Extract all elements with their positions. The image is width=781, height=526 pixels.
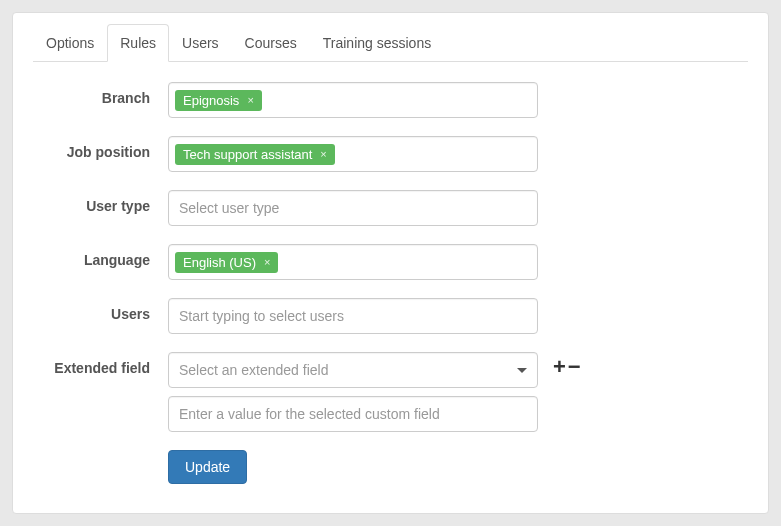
- update-button[interactable]: Update: [168, 450, 247, 484]
- extended-field-select[interactable]: Select an extended field: [168, 352, 538, 388]
- tab-options[interactable]: Options: [33, 24, 107, 62]
- users-input[interactable]: Start typing to select users: [168, 298, 538, 334]
- job-position-input[interactable]: Tech support assistant ×: [168, 136, 538, 172]
- language-input[interactable]: English (US) ×: [168, 244, 538, 280]
- users-placeholder: Start typing to select users: [175, 308, 344, 324]
- extended-field-value-input[interactable]: [168, 396, 538, 432]
- branch-input[interactable]: Epignosis ×: [168, 82, 538, 118]
- tab-training-sessions[interactable]: Training sessions: [310, 24, 444, 62]
- branch-tag-label: Epignosis: [183, 93, 239, 108]
- tab-users[interactable]: Users: [169, 24, 232, 62]
- users-label: Users: [33, 298, 168, 322]
- branch-tag: Epignosis ×: [175, 90, 262, 111]
- tabs-nav: Options Rules Users Courses Training ses…: [33, 23, 748, 62]
- user-type-placeholder: Select user type: [175, 200, 279, 216]
- language-tag-label: English (US): [183, 255, 256, 270]
- minus-icon[interactable]: −: [567, 356, 582, 378]
- chevron-down-icon: [517, 368, 527, 373]
- user-type-input[interactable]: Select user type: [168, 190, 538, 226]
- tab-courses[interactable]: Courses: [232, 24, 310, 62]
- tab-rules[interactable]: Rules: [107, 24, 169, 62]
- branch-tag-remove-icon[interactable]: ×: [247, 94, 253, 106]
- language-tag: English (US) ×: [175, 252, 278, 273]
- job-position-tag: Tech support assistant ×: [175, 144, 335, 165]
- job-position-tag-remove-icon[interactable]: ×: [320, 148, 326, 160]
- extended-field-label: Extended field: [33, 352, 168, 376]
- user-type-label: User type: [33, 190, 168, 214]
- branch-label: Branch: [33, 82, 168, 106]
- rules-panel: Options Rules Users Courses Training ses…: [12, 12, 769, 514]
- extended-field-select-placeholder: Select an extended field: [179, 362, 328, 378]
- language-tag-remove-icon[interactable]: ×: [264, 256, 270, 268]
- plus-icon[interactable]: +: [552, 356, 567, 378]
- job-position-label: Job position: [33, 136, 168, 160]
- language-label: Language: [33, 244, 168, 268]
- job-position-tag-label: Tech support assistant: [183, 147, 312, 162]
